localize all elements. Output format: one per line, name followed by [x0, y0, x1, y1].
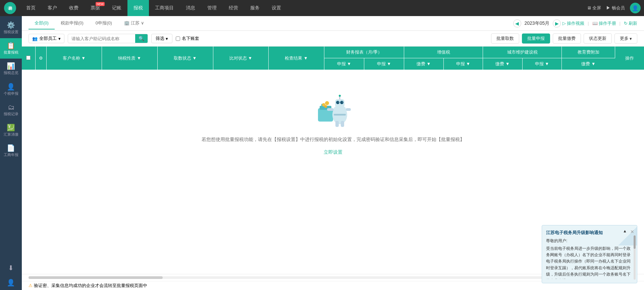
- fetch-status-header[interactable]: 取数状态 ▼: [157, 47, 213, 70]
- nav-client[interactable]: 客户: [42, 0, 63, 16]
- sidebar-bottom: ⬇ 👤: [0, 261, 22, 290]
- refresh-btn[interactable]: ↻ 刷新: [624, 20, 637, 26]
- notification-panel: ✕ ▲ 江苏电子税务局升级影响通知 尊敬的用户: 受当前电子税务局进一步升级的影…: [542, 225, 637, 283]
- filter-dropdown-btn[interactable]: 筛选 ▾: [151, 34, 172, 43]
- book-icon: 📖: [592, 21, 598, 26]
- search-input[interactable]: [68, 35, 135, 43]
- annual-report-icon: 📄: [7, 145, 15, 151]
- tab-tax-declare[interactable]: 税款申报(0): [55, 17, 90, 29]
- right-buttons: 批量取数 批量申报 批量缴费 状态更新 更多 ▾: [491, 33, 637, 44]
- svg-rect-23: [334, 114, 346, 116]
- nav-accounting[interactable]: 记账: [106, 0, 127, 16]
- nav-invoice[interactable]: 票据 NEW: [85, 0, 106, 16]
- batch-declare-btn[interactable]: 批量申报: [522, 33, 550, 44]
- nav-business[interactable]: 工商项目: [149, 0, 180, 16]
- employee-filter-icon: 👥: [32, 36, 38, 41]
- sidebar-item-annual-report[interactable]: 📄 工商年报: [0, 141, 22, 161]
- nav-settings[interactable]: 设置: [266, 0, 287, 16]
- batch-fetch-btn[interactable]: 批量取数: [491, 33, 519, 44]
- prev-period-btn[interactable]: ◀: [513, 19, 521, 27]
- svg-text:易: 易: [8, 6, 12, 10]
- video-link[interactable]: ▷ 操作视频: [562, 20, 584, 26]
- scrollbar-handle: [634, 235, 636, 249]
- nav-service[interactable]: 服务: [244, 0, 266, 16]
- edu-pay-header[interactable]: 缴费 ▼: [562, 58, 615, 70]
- svg-point-18: [339, 95, 341, 97]
- edu-fee-header: 教育费附加: [562, 47, 615, 58]
- nav-operation[interactable]: 经营: [223, 0, 244, 16]
- check-result-header[interactable]: 检查结果 ▼: [269, 47, 324, 70]
- sidebar-label-tax-settings: 报税设置: [4, 30, 18, 34]
- tab-section: 全部(0) 税款申报(0) 0申报(0) 🏢 江苏 ∨: [29, 17, 512, 29]
- more-btn[interactable]: 更多 ▾: [614, 33, 637, 44]
- sidebar-item-tax-overview[interactable]: 📊 报税总览: [0, 59, 22, 79]
- sidebar-item-annual-settlement[interactable]: 💹 汇算清缴: [0, 120, 22, 141]
- sidebar-item-batch-tax[interactable]: 📋 批量报税: [0, 38, 22, 59]
- account-checkbox-label[interactable]: 名下账套: [176, 35, 199, 42]
- next-period-btn[interactable]: ▶: [553, 19, 561, 27]
- operation-header: 操作: [615, 47, 644, 70]
- city-declare-header[interactable]: 申报 ▼: [443, 58, 483, 70]
- settings-header: ⚙: [35, 47, 46, 70]
- table-body: 若您想使用批量报税功能，请先在【报税设置】中进行报税的初始化设置，完成密码验证和…: [22, 70, 644, 175]
- financial-declare-header[interactable]: 申报 ▼: [324, 58, 364, 70]
- svg-point-7: [324, 105, 327, 108]
- client-name-header[interactable]: 客户名称 ▼: [46, 47, 102, 70]
- city-pay-header[interactable]: 缴费 ▼: [483, 58, 523, 70]
- sidebar-item-personal-tax[interactable]: 👤 个税申报: [0, 79, 22, 100]
- status-update-btn[interactable]: 状态更新: [584, 33, 612, 44]
- sidebar-item-profile[interactable]: 👤: [0, 275, 22, 290]
- sidebar-item-tax-record[interactable]: 🗂 报税记录: [0, 100, 22, 120]
- notification-content: 受当前电子税务局进一步升级的影响，同一个政务网账号（办税人）名下的企业不能再同时…: [546, 245, 633, 279]
- avatar[interactable]: 👤: [630, 3, 641, 13]
- manual-link[interactable]: 📖 操作手册: [592, 20, 616, 26]
- svg-rect-22: [341, 121, 344, 127]
- svg-rect-19: [327, 108, 334, 111]
- select-all-checkbox[interactable]: [26, 56, 31, 60]
- search-button[interactable]: 🔍: [135, 34, 148, 43]
- sidebar-label-personal-tax: 个税申报: [4, 91, 18, 96]
- vip-btn[interactable]: ▶ 畅会员: [606, 5, 625, 11]
- header-row-1: ⚙ 客户名称 ▼ 纳税性质 ▼ 取数状态 ▼ 比对状态 ▼: [22, 47, 644, 58]
- tax-nature-header[interactable]: 纳税性质 ▼: [102, 47, 158, 70]
- warning-icon: ⚠: [29, 283, 33, 288]
- sidebar-label-tax-record: 报税记录: [4, 112, 18, 116]
- vat-pay-header[interactable]: 缴费 ▼: [404, 58, 443, 70]
- robot-svg: [313, 90, 353, 130]
- nav-tax[interactable]: 报税: [127, 0, 149, 16]
- svg-point-16: [342, 102, 342, 102]
- notification-scrollbar-track[interactable]: [634, 235, 636, 280]
- vat-declare-header[interactable]: 申报 ▼: [364, 58, 404, 70]
- personal-tax-icon: 👤: [7, 83, 15, 90]
- tax-record-icon: 🗂: [8, 104, 14, 111]
- refresh-icon: ↻: [624, 21, 628, 26]
- logo[interactable]: 易: [3, 1, 17, 15]
- svg-rect-21: [335, 121, 339, 127]
- tab-jiangsu[interactable]: 🏢 江苏 ∨: [118, 17, 150, 29]
- sidebar-label-annual-settlement: 汇算清缴: [4, 132, 18, 137]
- financial-report-header: 财务报表（月/季）: [324, 47, 404, 58]
- nav-manage[interactable]: 管理: [201, 0, 223, 16]
- tab-all[interactable]: 全部(0): [29, 17, 55, 29]
- account-checkbox[interactable]: [176, 37, 180, 41]
- sidebar-item-download[interactable]: ⬇: [0, 261, 22, 275]
- tab-zero-declare[interactable]: 0申报(0): [90, 17, 118, 29]
- employee-filter[interactable]: 👥 全部员工 ▾: [29, 34, 64, 43]
- notification-scroll-up[interactable]: ▲: [623, 228, 627, 234]
- profile-icon: 👤: [7, 279, 15, 286]
- empty-message: 若您想使用批量报税功能，请先在【报税设置】中进行报税的初始化设置，完成密码验证和…: [202, 137, 465, 143]
- fullscreen-btn[interactable]: 🖥 全屏: [587, 5, 601, 11]
- svg-point-14: [341, 101, 343, 103]
- notification-close-btn[interactable]: ✕: [630, 228, 634, 235]
- nav-home[interactable]: 首页: [20, 0, 42, 16]
- annual-settlement-icon: 💹: [7, 124, 15, 131]
- setup-link[interactable]: 立即设置: [324, 149, 342, 155]
- nav-fee[interactable]: 收费: [63, 0, 85, 16]
- employee-filter-label: 全部员工: [39, 35, 57, 42]
- right-panel-actions: ▷ 操作视频 | 📖 操作手册 | ↻ 刷新: [562, 20, 637, 26]
- nav-message[interactable]: 消息: [180, 0, 201, 16]
- batch-pay-btn[interactable]: 批量缴费: [553, 33, 581, 44]
- sidebar-item-tax-settings[interactable]: ⚙️ 报税设置: [0, 18, 22, 38]
- edu-declare-header[interactable]: 申报 ▼: [522, 58, 562, 70]
- compare-status-header[interactable]: 比对状态 ▼: [213, 47, 269, 70]
